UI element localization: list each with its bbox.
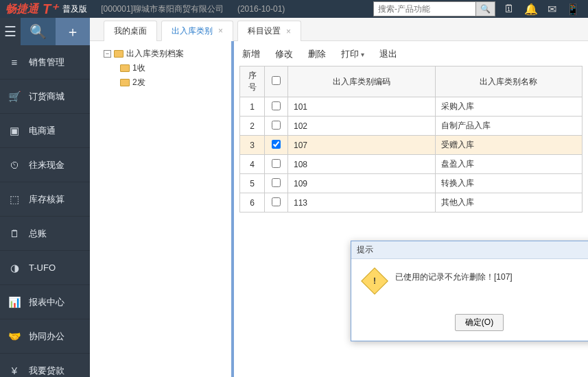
cell-code: 101	[288, 97, 436, 117]
row-checkbox[interactable]	[272, 178, 281, 187]
table-row[interactable]: 6113其他入库	[240, 193, 583, 212]
col-check[interactable]	[265, 66, 288, 97]
cell-name: 转换入库	[435, 174, 583, 193]
row-checkbox[interactable]	[272, 101, 281, 110]
bell-icon[interactable]: 🔔	[524, 3, 538, 16]
sidebar-item-icon: ⏲	[8, 159, 21, 171]
cell-check[interactable]	[265, 193, 288, 212]
toolbar-delete[interactable]: 删除	[308, 48, 326, 60]
search-wrap: 🔍 🗓 🔔 ✉ 📱	[373, 1, 588, 16]
collapse-icon[interactable]: −	[104, 50, 111, 58]
col-name: 出入库类别名称	[435, 66, 583, 97]
sidebar-add-button[interactable]: ＋	[56, 18, 91, 45]
cell-check[interactable]	[265, 174, 288, 193]
sidebar-item-label: 往来现金	[29, 159, 64, 171]
search-button[interactable]: 🔍	[476, 1, 495, 16]
mail-icon[interactable]: ✉	[548, 3, 556, 16]
dialog-message: 已使用的记录不允许删除！[107]	[395, 271, 513, 283]
data-grid: 序号 出入库类别编码 出入库类别名称 1101采购入库2102自制产品入库310…	[239, 66, 583, 212]
cell-code: 113	[288, 193, 436, 212]
calendar-icon[interactable]: 🗓	[504, 3, 515, 16]
cell-check[interactable]	[265, 136, 288, 155]
sidebar-search-button[interactable]: 🔍	[21, 18, 56, 45]
phone-icon[interactable]: 📱	[566, 3, 580, 16]
col-code: 出入库类别编码	[288, 66, 436, 97]
tree-root[interactable]: − 出入库类别档案	[94, 47, 227, 61]
cell-code: 107	[288, 136, 436, 155]
cell-seq: 2	[240, 117, 265, 136]
toolbar-add[interactable]: 新增	[242, 48, 260, 60]
alert-dialog: 提示 ✕ ! 已使用的记录不允许删除！[107] 确定(O)	[351, 241, 588, 341]
row-checkbox[interactable]	[272, 121, 281, 130]
sidebar-item-5[interactable]: 🗒总账	[0, 217, 90, 251]
sidebar-item-9[interactable]: ¥我要贷款	[0, 354, 90, 377]
sidebar-item-label: 电商通	[29, 125, 56, 137]
tab-2[interactable]: 科目设置×	[237, 21, 301, 41]
table-row[interactable]: 5109转换入库	[240, 174, 583, 193]
table-row[interactable]: 1101采购入库	[240, 97, 583, 117]
tree-child-0[interactable]: 1收	[94, 61, 227, 75]
sidebar-item-7[interactable]: 📊报表中心	[0, 285, 90, 319]
search-input[interactable]	[373, 1, 476, 16]
tree-child-1[interactable]: 2发	[94, 75, 227, 90]
tab-label: 出入库类别	[172, 25, 213, 37]
cell-code: 102	[288, 117, 436, 136]
table-row[interactable]: 3107受赠入库	[240, 136, 583, 155]
tree-root-label: 出入库类别档案	[126, 48, 184, 60]
sidebar-item-icon: ⬚	[8, 193, 21, 206]
row-checkbox[interactable]	[272, 159, 281, 168]
cell-check[interactable]	[265, 155, 288, 174]
sidebar-item-8[interactable]: 🤝协同办公	[0, 319, 90, 354]
cell-seq: 5	[240, 174, 265, 193]
toolbar-print[interactable]: 打印	[341, 48, 364, 60]
sidebar-item-icon: ¥	[8, 365, 21, 376]
toolbar-exit[interactable]: 退出	[379, 48, 397, 60]
cell-name: 其他入库	[435, 193, 583, 212]
sidebar: ☰ 🔍 ＋ ≡销售管理🛒订货商城▣电商通⏲往来现金⬚库存核算🗒总账◑T-UFO📊…	[0, 18, 90, 377]
cell-name: 自制产品入库	[435, 117, 583, 136]
cell-check[interactable]	[265, 117, 288, 136]
sidebar-item-label: 总账	[29, 228, 47, 240]
sidebar-item-6[interactable]: ◑T-UFO	[0, 251, 90, 285]
cell-seq: 6	[240, 193, 265, 212]
tab-close-icon[interactable]: ×	[286, 27, 291, 36]
sidebar-item-icon: 📊	[8, 296, 21, 308]
row-checkbox[interactable]	[272, 197, 281, 206]
tab-close-icon[interactable]: ×	[218, 26, 223, 36]
search-icon: 🔍	[480, 4, 491, 14]
sidebar-item-4[interactable]: ⬚库存核算	[0, 182, 90, 217]
cell-seq: 4	[240, 155, 265, 174]
company-label: [000001]聊城市泰阳商贸有限公司	[101, 3, 224, 15]
tab-label: 科目设置	[248, 25, 281, 37]
tab-0[interactable]: 我的桌面	[104, 21, 157, 41]
date-label: (2016-10-01)	[237, 4, 285, 14]
folder-icon	[114, 50, 124, 58]
brand-logo-m: T⁺	[43, 1, 58, 17]
row-checkbox[interactable]	[272, 140, 281, 149]
sidebar-item-label: 销售管理	[29, 56, 64, 69]
warning-icon: !	[361, 267, 388, 295]
brand-logo: 畅捷通	[5, 2, 38, 16]
sidebar-item-2[interactable]: ▣电商通	[0, 114, 90, 148]
header-checkbox[interactable]	[272, 76, 281, 85]
cell-name: 采购入库	[435, 97, 583, 117]
menu-icon[interactable]: ☰	[0, 18, 21, 45]
edition-label: 普及版	[62, 3, 87, 15]
cell-check[interactable]	[265, 97, 288, 117]
sidebar-item-3[interactable]: ⏲往来现金	[0, 148, 90, 182]
tab-1[interactable]: 出入库类别×	[161, 21, 233, 41]
cell-name: 受赠入库	[435, 136, 583, 155]
sidebar-item-icon: 🤝	[8, 330, 21, 343]
toolbar-edit[interactable]: 修改	[275, 48, 293, 60]
sidebar-item-1[interactable]: 🛒订货商城	[0, 80, 90, 114]
cell-seq: 1	[240, 97, 265, 117]
table-row[interactable]: 2102自制产品入库	[240, 117, 583, 136]
sidebar-item-label: 库存核算	[29, 193, 64, 206]
folder-icon	[120, 64, 130, 72]
ok-button[interactable]: 确定(O)	[455, 314, 504, 331]
cell-seq: 3	[240, 136, 265, 155]
sidebar-item-0[interactable]: ≡销售管理	[0, 45, 90, 80]
table-row[interactable]: 4108盘盈入库	[240, 155, 583, 174]
tree-child-label: 2发	[132, 77, 145, 88]
cell-code: 109	[288, 174, 436, 193]
